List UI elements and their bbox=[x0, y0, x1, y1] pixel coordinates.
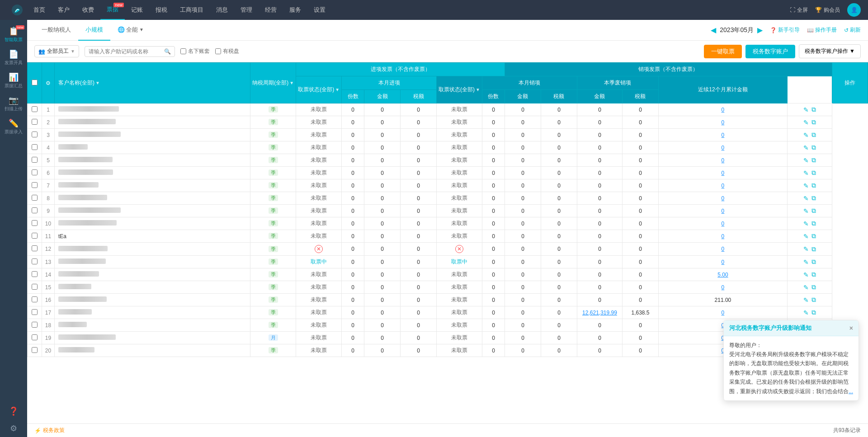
copy-icon[interactable]: ⧉ bbox=[811, 118, 816, 126]
sidebar-item-smart-ticket[interactable]: new 📋 智能取票 bbox=[0, 23, 27, 47]
nav-message[interactable]: 消息 bbox=[210, 0, 234, 20]
nav-ops[interactable]: 经营 bbox=[259, 0, 283, 20]
row-checkbox[interactable] bbox=[32, 233, 38, 239]
cumulative-link[interactable]: 0 bbox=[722, 259, 725, 265]
under-account-checkbox-input[interactable] bbox=[180, 48, 186, 54]
nav-manage[interactable]: 管理 bbox=[234, 0, 259, 20]
nav-client[interactable]: 客户 bbox=[52, 0, 76, 20]
avatar[interactable]: 👤 bbox=[847, 3, 861, 17]
row-checkbox[interactable] bbox=[32, 271, 38, 277]
edit-icon[interactable]: ✎ bbox=[803, 157, 809, 164]
copy-icon[interactable]: ⧉ bbox=[811, 245, 816, 253]
copy-icon[interactable]: ⧉ bbox=[811, 169, 816, 177]
row-checkbox[interactable] bbox=[32, 182, 38, 188]
row-checkbox[interactable] bbox=[32, 106, 38, 112]
nav-settings[interactable]: 设置 bbox=[307, 0, 332, 20]
copy-icon[interactable]: ⧉ bbox=[811, 271, 816, 278]
cycle-filter-icon[interactable]: ▼ bbox=[289, 80, 294, 85]
client-name-filter-icon[interactable]: ▼ bbox=[95, 80, 100, 85]
edit-icon[interactable]: ✎ bbox=[803, 258, 809, 266]
edit-icon[interactable]: ✎ bbox=[803, 271, 809, 278]
edit-icon[interactable]: ✎ bbox=[803, 169, 809, 177]
tab-small-scale[interactable]: 小规模 bbox=[78, 20, 110, 41]
out-status-filter-icon[interactable]: ▼ bbox=[476, 87, 480, 92]
row-checkbox[interactable] bbox=[32, 195, 38, 201]
copy-icon[interactable]: ⧉ bbox=[811, 156, 816, 164]
row-checkbox[interactable] bbox=[32, 347, 38, 353]
settings-col-icon[interactable]: ⚙ bbox=[46, 80, 51, 86]
tax-digital-ops-button[interactable]: 税务数字账户操作 ▼ bbox=[799, 44, 861, 58]
under-account-checkbox[interactable]: 名下账套 bbox=[180, 47, 210, 55]
manual-link[interactable]: 📖 操作手册 bbox=[807, 26, 837, 34]
nav-service[interactable]: 服务 bbox=[283, 0, 307, 20]
cumulative-link[interactable]: 0 bbox=[722, 107, 725, 113]
sidebar-item-scan[interactable]: 📷 扫描上传 bbox=[0, 93, 27, 116]
edit-icon[interactable]: ✎ bbox=[803, 207, 809, 215]
nav-billing[interactable]: 收费 bbox=[76, 0, 100, 20]
edit-icon[interactable]: ✎ bbox=[803, 119, 809, 126]
sidebar-item-invoice-issue[interactable]: 📄 发票开具 bbox=[0, 47, 27, 70]
cumulative-link[interactable]: 0 bbox=[722, 221, 725, 227]
search-input[interactable] bbox=[89, 48, 162, 55]
select-all-checkbox[interactable] bbox=[32, 80, 38, 85]
edit-icon[interactable]: ✎ bbox=[803, 220, 809, 227]
row-checkbox[interactable] bbox=[32, 334, 38, 340]
edit-icon[interactable]: ✎ bbox=[803, 195, 809, 202]
settings-icon[interactable]: ⚙ bbox=[10, 423, 17, 433]
edit-icon[interactable]: ✎ bbox=[803, 296, 809, 304]
row-checkbox[interactable] bbox=[32, 322, 38, 328]
edit-icon[interactable]: ✎ bbox=[803, 182, 809, 189]
copy-icon[interactable]: ⧉ bbox=[811, 144, 816, 151]
row-checkbox[interactable] bbox=[32, 220, 38, 226]
notification-link[interactable]: ... bbox=[849, 388, 853, 395]
cumulative-link[interactable]: 0 bbox=[722, 284, 725, 291]
cumulative-link[interactable]: 0 bbox=[722, 119, 725, 126]
tab-general-taxpayer[interactable]: 一般纳税人 bbox=[34, 20, 78, 41]
copy-icon[interactable]: ⧉ bbox=[811, 232, 816, 240]
has-tax-disk-checkbox-input[interactable] bbox=[215, 48, 221, 54]
search-icon[interactable]: 🔍 bbox=[164, 48, 171, 55]
cumulative-link[interactable]: 0 bbox=[722, 157, 725, 164]
copy-icon[interactable]: ⧉ bbox=[811, 106, 816, 113]
copy-icon[interactable]: ⧉ bbox=[811, 296, 816, 304]
nav-bookkeeping[interactable]: 记账 bbox=[125, 0, 149, 20]
tab-all[interactable]: 🌐 全能 ▼ bbox=[110, 20, 151, 41]
row-checkbox[interactable] bbox=[32, 157, 38, 163]
edit-icon[interactable]: ✎ bbox=[803, 245, 809, 253]
cumulative-link[interactable]: 0 bbox=[722, 183, 725, 189]
fullscreen-button[interactable]: ⛶ 全屏 bbox=[790, 6, 808, 14]
cumulative-link[interactable]: 0 bbox=[722, 310, 725, 316]
sidebar-item-summary[interactable]: 📊 票据汇总 bbox=[0, 70, 27, 93]
copy-icon[interactable]: ⧉ bbox=[811, 182, 816, 189]
sidebar-item-entry[interactable]: ✏️ 票据录入 bbox=[0, 116, 27, 139]
cumulative-link[interactable]: 0 bbox=[722, 132, 725, 138]
edit-icon[interactable]: ✎ bbox=[803, 132, 809, 139]
nav-home[interactable]: 首页 bbox=[27, 0, 52, 20]
employee-select[interactable]: 👥 全部员工 ▼ bbox=[34, 45, 79, 57]
edit-icon[interactable]: ✎ bbox=[803, 233, 809, 240]
notification-close-button[interactable]: × bbox=[849, 324, 853, 332]
one-click-ticket-button[interactable]: 一键取票 bbox=[704, 45, 742, 58]
row-checkbox[interactable] bbox=[32, 296, 38, 302]
row-checkbox[interactable] bbox=[32, 119, 38, 125]
refresh-button[interactable]: ↺ 刷新 bbox=[844, 26, 861, 34]
row-checkbox[interactable] bbox=[32, 245, 38, 251]
cumulative-link[interactable]: 0 bbox=[722, 145, 725, 151]
member-button[interactable]: 🏆 购会员 bbox=[815, 6, 840, 14]
row-checkbox[interactable] bbox=[32, 258, 38, 264]
new-user-guide-link[interactable]: ❓ 新手引导 bbox=[770, 26, 800, 34]
edit-icon[interactable]: ✎ bbox=[803, 309, 809, 316]
row-checkbox[interactable] bbox=[32, 132, 38, 137]
copy-icon[interactable]: ⧉ bbox=[811, 220, 816, 227]
copy-icon[interactable]: ⧉ bbox=[811, 309, 816, 316]
tax-digital-account-button[interactable]: 税务数字账户 bbox=[745, 45, 795, 58]
row-checkbox[interactable] bbox=[32, 309, 38, 315]
cumulative-link[interactable]: 0 bbox=[722, 170, 725, 176]
copy-icon[interactable]: ⧉ bbox=[811, 194, 816, 202]
in-status-filter-icon[interactable]: ▼ bbox=[335, 87, 340, 92]
copy-icon[interactable]: ⧉ bbox=[811, 131, 816, 139]
copy-icon[interactable]: ⧉ bbox=[811, 283, 816, 291]
row-checkbox[interactable] bbox=[32, 169, 38, 175]
edit-icon[interactable]: ✎ bbox=[803, 284, 809, 291]
row-checkbox[interactable] bbox=[32, 207, 38, 213]
